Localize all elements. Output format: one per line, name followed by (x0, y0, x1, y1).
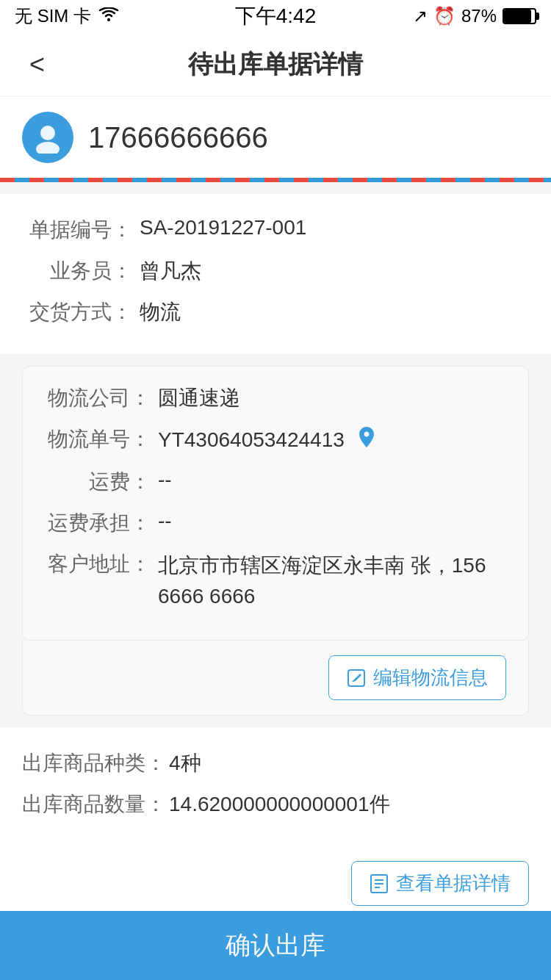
goods-quantity-label: 出库商品数量： (22, 790, 169, 818)
logistics-freight-bearer-row: 运费承担： -- (40, 509, 511, 537)
logistics-tracking-value: YT43064053424413 (151, 425, 511, 455)
logistics-freight-bearer-label: 运费承担： (40, 509, 151, 537)
goods-types-row: 出库商品种类： 4种 (22, 749, 529, 777)
view-btn-label: 查看单据详情 (396, 871, 511, 896)
alarm-icon: ⏰ (433, 6, 455, 26)
edit-btn-wrapper: 编辑物流信息 (22, 641, 529, 716)
delivery-value: 物流 (132, 298, 529, 326)
edit-btn-label: 编辑物流信息 (373, 665, 488, 691)
logistics-company-row: 物流公司： 圆通速递 (40, 384, 511, 412)
logistics-company-value: 圆通速递 (151, 384, 511, 412)
view-details-button[interactable]: 查看单据详情 (351, 861, 529, 906)
user-phone: 17666666666 (88, 121, 268, 154)
svg-point-0 (107, 18, 110, 21)
order-info-section: 单据编号： SA-20191227-001 业务员： 曾凡杰 交货方式： 物流 (0, 194, 551, 354)
goods-types-value: 4种 (169, 749, 529, 777)
goods-quantity-row: 出库商品数量： 14.620000000000001件 (22, 790, 529, 818)
logistics-address-label: 客户地址： (40, 550, 151, 578)
goods-types-label: 出库商品种类： (22, 749, 169, 777)
logistics-address-row: 客户地址： 北京市市辖区海淀区永丰南 张，156 6666 6666 (40, 550, 511, 612)
tracking-location-icon[interactable] (355, 425, 378, 455)
battery-percent: 87% (461, 6, 497, 26)
logistics-freight-value: -- (151, 468, 511, 491)
salesman-label: 业务员： (22, 257, 132, 285)
document-icon (370, 874, 389, 893)
logistics-freight-bearer-value: -- (151, 509, 511, 533)
back-button[interactable]: < (22, 42, 52, 87)
delivery-label: 交货方式： (22, 298, 132, 326)
logistics-company-label: 物流公司： (40, 384, 151, 412)
logistics-freight-label: 运费： (40, 468, 151, 496)
carrier-text: 无 SIM 卡 (15, 4, 91, 28)
status-bar: 无 SIM 卡 下午4:42 ↗ ⏰ 87% (0, 0, 551, 32)
wifi-icon (98, 6, 119, 26)
svg-point-2 (36, 142, 60, 154)
goods-section: 出库商品种类： 4种 出库商品数量： 14.620000000000001件 (0, 727, 551, 846)
logistics-address-value: 北京市市辖区海淀区永丰南 张，156 6666 6666 (151, 550, 511, 612)
logistics-tracking-label: 物流单号： (40, 425, 151, 453)
order-no-row: 单据编号： SA-20191227-001 (22, 216, 529, 244)
logistics-tracking-row: 物流单号： YT43064053424413 (40, 425, 511, 455)
avatar (22, 112, 73, 163)
dashed-separator (0, 178, 551, 182)
battery-icon (503, 8, 536, 24)
logistics-freight-row: 运费： -- (40, 468, 511, 496)
salesman-value: 曾凡杰 (132, 257, 529, 285)
svg-point-1 (40, 126, 55, 140)
goods-quantity-value: 14.620000000000001件 (169, 790, 529, 818)
edit-icon (347, 669, 366, 688)
tracking-no-text: YT43064053424413 (158, 428, 345, 452)
logistics-card: 物流公司： 圆通速递 物流单号： YT43064053424413 运费： --… (22, 366, 529, 641)
confirm-btn-wrapper: 确认出库 (0, 911, 551, 980)
status-bar-left: 无 SIM 卡 (15, 4, 119, 28)
delivery-row: 交货方式： 物流 (22, 298, 529, 326)
confirm-outbound-button[interactable]: 确认出库 (0, 929, 551, 962)
location-icon: ↗ (413, 6, 428, 26)
order-no-label: 单据编号： (22, 216, 132, 244)
user-section: 17666666666 (0, 97, 551, 178)
status-bar-right: ↗ ⏰ 87% (413, 6, 536, 26)
view-btn-wrapper: 查看单据详情 (0, 846, 551, 920)
status-bar-time: 下午4:42 (235, 2, 317, 30)
nav-bar: < 待出库单据详情 (0, 32, 551, 97)
edit-logistics-button[interactable]: 编辑物流信息 (328, 655, 506, 700)
page-title: 待出库单据详情 (188, 48, 363, 82)
salesman-row: 业务员： 曾凡杰 (22, 257, 529, 285)
order-no-value: SA-20191227-001 (132, 216, 529, 239)
